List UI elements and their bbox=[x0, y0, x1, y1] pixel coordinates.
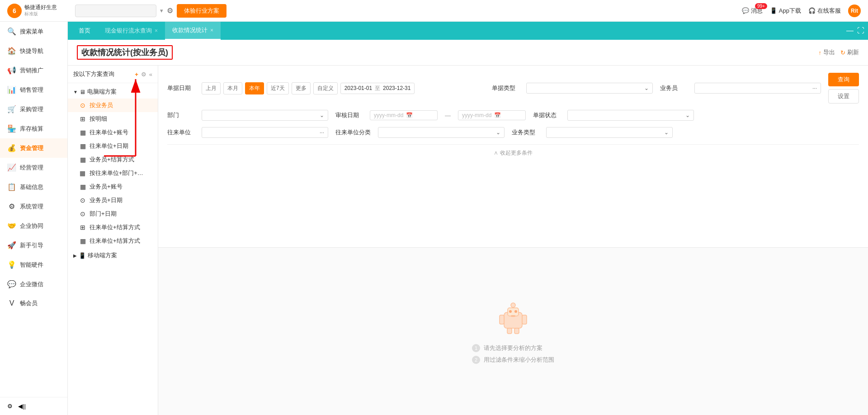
trial-button[interactable]: 体验行业方案 bbox=[177, 4, 226, 18]
salesperson-select[interactable]: ··· bbox=[694, 83, 821, 94]
top-right: 💬 消息 99+ 📱 App下载 🎧 在线客服 Rit bbox=[742, 5, 861, 17]
scheme-collapse-icon[interactable]: « bbox=[149, 71, 152, 78]
partner-category-label: 往来单位分类 bbox=[335, 128, 371, 137]
date-btn-this-year[interactable]: 本年 bbox=[245, 82, 264, 94]
date-btn-this-month[interactable]: 本月 bbox=[223, 82, 242, 94]
tab-bar: 首页 现金银行流水查询 × 收款情况统计 × — ⛶ bbox=[68, 22, 868, 40]
partner-category-select[interactable]: ⌄ bbox=[378, 127, 505, 138]
sidebar-item-operation[interactable]: 📈 经营管理 bbox=[0, 158, 67, 177]
table2-icon: ▦ bbox=[79, 142, 87, 150]
tree-item-salesperson-settlement[interactable]: ▦ 业务员+结算方式 bbox=[68, 153, 158, 166]
date-btn-more[interactable]: 更多 bbox=[292, 82, 311, 94]
app-download-button[interactable]: 📱 App下载 bbox=[770, 7, 801, 15]
review-from-placeholder: yyyy-mm-dd bbox=[374, 112, 403, 118]
partner-select-more[interactable]: ··· bbox=[320, 129, 324, 136]
inventory-icon: 🏪 bbox=[7, 124, 16, 133]
biz-type-select[interactable]: ⌄ bbox=[546, 127, 673, 138]
tab-home[interactable]: 首页 bbox=[71, 22, 98, 40]
query-button[interactable]: 查询 bbox=[828, 73, 859, 86]
tree-group-pc: ▼ 🖥 电脑端方案 ⊙ 按业务员 ⊞ 按明细 bbox=[68, 85, 158, 248]
hint-list: 1 请先选择要分析的方案 2 用过滤条件来缩小分析范围 bbox=[472, 344, 554, 364]
scheme-header: 按以下方案查询 + ⚙ « bbox=[68, 66, 158, 83]
phone-icon: 📱 bbox=[770, 7, 777, 14]
dept-select[interactable]: ⌄ bbox=[202, 110, 328, 121]
tab-bank-flow[interactable]: 现金银行流水查询 × bbox=[98, 22, 165, 40]
status-select[interactable]: ⌄ bbox=[567, 110, 694, 121]
clock1-icon: ⊙ bbox=[79, 197, 87, 204]
tree-item-partner-settlement1[interactable]: ⊞ 往来单位+结算方式 bbox=[68, 221, 158, 234]
sidebar-item-search-menu[interactable]: 🔍 搜索菜单 bbox=[0, 22, 67, 41]
tree-group-pc-header[interactable]: ▼ 🖥 电脑端方案 bbox=[68, 85, 158, 99]
sidebar-item-purchase[interactable]: 🛒 采购管理 bbox=[0, 99, 67, 119]
sidebar-item-smart-hardware[interactable]: 💡 智能硬件 bbox=[0, 255, 67, 274]
sales-icon: 📊 bbox=[7, 85, 16, 94]
top-nav-input[interactable] bbox=[75, 5, 156, 17]
sidebar-item-quick-nav[interactable]: 🏠 快捷导航 bbox=[0, 41, 67, 61]
review-date-to[interactable]: yyyy-mm-dd 📅 bbox=[458, 110, 526, 120]
filter-row-2: 部门 ⌄ 审核日期 yyyy-mm-dd 📅 — yyyy-mm-dd bbox=[167, 110, 859, 121]
tree-item-dept-date[interactable]: ⊙ 部门+日期 bbox=[68, 207, 158, 221]
sidebar-item-basic[interactable]: 📋 基础信息 bbox=[0, 177, 67, 197]
online-service-button[interactable]: 🎧 在线客服 bbox=[808, 7, 841, 15]
salesperson-select-more[interactable]: ··· bbox=[812, 85, 817, 91]
tree-item-partner-settlement2[interactable]: ▦ 往来单位+结算方式 bbox=[68, 234, 158, 248]
partner-select[interactable]: ··· bbox=[202, 127, 328, 138]
smart-icon: 💡 bbox=[7, 260, 16, 269]
type-select[interactable]: ⌄ bbox=[526, 83, 653, 94]
calendar-icon-from[interactable]: 📅 bbox=[406, 112, 413, 118]
hint-item-1: 1 请先选择要分析的方案 bbox=[472, 344, 554, 352]
tree-item-salesperson-date[interactable]: ⊙ 业务员+日期 bbox=[68, 193, 158, 207]
tree-item-detail[interactable]: ⊞ 按明细 bbox=[68, 112, 158, 126]
sidebar-settings-icon[interactable]: ⚙ bbox=[7, 403, 13, 410]
operation-icon: 📈 bbox=[7, 163, 16, 172]
tab-maximize-icon[interactable]: ⛶ bbox=[857, 27, 864, 35]
sidebar-collapse-icon[interactable]: ◀|| bbox=[18, 403, 26, 410]
settings-icon[interactable]: ⚙ bbox=[167, 6, 173, 15]
tree-item-partner-account[interactable]: ▦ 往来单位+账号 bbox=[68, 126, 158, 139]
export-icon: ↑ bbox=[819, 49, 822, 56]
scheme-panel: 按以下方案查询 + ⚙ « bbox=[68, 66, 158, 415]
sidebar-item-sales[interactable]: 📊 销售管理 bbox=[0, 80, 67, 99]
nav-dropdown-icon[interactable]: ▾ bbox=[160, 7, 163, 14]
export-button[interactable]: ↑ 导出 bbox=[819, 48, 835, 57]
tree-item-salesperson-account[interactable]: ▦ 业务员+账号 bbox=[68, 180, 158, 193]
calendar-icon-to[interactable]: 📅 bbox=[494, 112, 501, 118]
collapse-conditions-bar[interactable]: ∧ 收起更多条件 bbox=[167, 144, 859, 161]
tab-collection-stats[interactable]: 收款情况统计 × bbox=[165, 22, 221, 40]
date-btn-last-month[interactable]: 上月 bbox=[202, 82, 221, 94]
sidebar-item-finance[interactable]: 💰 资金管理 bbox=[0, 138, 67, 158]
sidebar-item-cooperation[interactable]: 🤝 企业协同 bbox=[0, 216, 67, 236]
review-date-label: 审核日期 bbox=[335, 111, 363, 119]
sidebar-item-marketing[interactable]: 📢 营销推广 bbox=[0, 61, 67, 80]
main-layout: 🔍 搜索菜单 🏠 快捷导航 📢 营销推广 📊 销售管理 🛒 采购管理 🏪 库存核… bbox=[0, 22, 868, 415]
type-label: 单据类型 bbox=[492, 84, 519, 92]
member-icon: V bbox=[7, 299, 16, 307]
review-date-from[interactable]: yyyy-mm-dd 📅 bbox=[370, 110, 438, 120]
sidebar-item-member[interactable]: V 畅会员 bbox=[0, 294, 67, 313]
date-btn-7days[interactable]: 近7天 bbox=[267, 82, 289, 94]
mobile-icon: 📱 bbox=[79, 252, 86, 259]
home-icon: 🏠 bbox=[7, 47, 16, 55]
scheme-add-icon[interactable]: + bbox=[135, 71, 138, 78]
tab-close-bank-flow[interactable]: × bbox=[155, 28, 158, 34]
tree-group-mobile-header[interactable]: ▶ 📱 移动端方案 bbox=[68, 249, 158, 262]
date-btn-custom[interactable]: 自定义 bbox=[313, 82, 338, 94]
tab-close-collection[interactable]: × bbox=[210, 27, 213, 33]
tree-item-partner-dept[interactable]: ▦ 按往来单位+部门+收... bbox=[68, 166, 158, 180]
tab-minimize-icon[interactable]: — bbox=[846, 27, 854, 35]
refresh-button[interactable]: ↻ 刷新 bbox=[840, 48, 859, 57]
sidebar-item-wechat[interactable]: 💬 企业微信 bbox=[0, 274, 67, 294]
sidebar-item-system[interactable]: ⚙ 系统管理 bbox=[0, 197, 67, 216]
headset-icon: 🎧 bbox=[808, 7, 816, 14]
partner-label: 往来单位 bbox=[167, 128, 194, 137]
date-selector: 上月 本月 本年 近7天 更多 自定义 2023-01-01 至 2023-12… bbox=[202, 82, 485, 94]
tree-item-partner-date[interactable]: ▦ 往来单位+日期 bbox=[68, 139, 158, 153]
user-avatar[interactable]: Rit bbox=[848, 5, 861, 17]
sidebar-item-inventory[interactable]: 🏪 库存核算 bbox=[0, 119, 67, 138]
sidebar-item-guide[interactable]: 🚀 新手引导 bbox=[0, 236, 67, 255]
messages-button[interactable]: 💬 消息 99+ bbox=[742, 7, 763, 15]
grid2-icon: ⊞ bbox=[79, 224, 87, 231]
tree-item-by-salesperson[interactable]: ⊙ 按业务员 bbox=[68, 99, 158, 112]
settings-button[interactable]: 设置 bbox=[828, 89, 859, 104]
scheme-settings-icon[interactable]: ⚙ bbox=[141, 71, 146, 78]
